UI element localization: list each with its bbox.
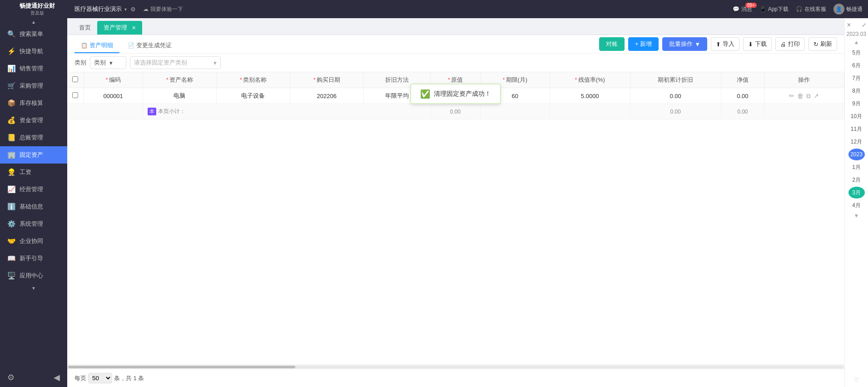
right-panel-scroll-up[interactable]: ▲ — [845, 38, 868, 46]
sub-tab-change-voucher[interactable]: 📄 变更生成凭证 — [121, 39, 178, 53]
print-button[interactable]: 🖨 打印 — [775, 37, 805, 51]
new-button[interactable]: + 新增 — [628, 37, 659, 51]
edit-action-btn[interactable]: ✏ — [789, 92, 794, 99]
more-action-btn[interactable]: ↗ — [813, 92, 819, 99]
month-item-4[interactable]: 4月 — [848, 199, 865, 211]
sidebar-item-basic-info[interactable]: ℹ️ 基础信息 — [0, 198, 67, 215]
refresh-button[interactable]: ↻ 刷新 — [808, 37, 837, 51]
sidebar-item-purchase[interactable]: 🛒 采购管理 — [0, 77, 67, 94]
category-select[interactable]: 类别 ▾ — [90, 56, 126, 69]
tab-asset-label: 资产管理 — [104, 24, 127, 31]
category-select-arrow: ▾ — [109, 60, 113, 66]
import-button[interactable]: ⬆ 导入 — [711, 37, 739, 51]
year-label-2023[interactable]: 2023 — [848, 149, 865, 160]
delete-action-btn[interactable]: 🗑 — [797, 92, 804, 99]
copy-action-btn[interactable]: ⧉ — [806, 92, 811, 100]
subtotal-label-cell: 本 本页小计： — [143, 104, 431, 119]
download-button[interactable]: ⬇ 下载 — [743, 37, 772, 51]
app-center-icon: 🖥️ — [7, 272, 16, 280]
sidebar-scroll-down[interactable]: ▼ — [0, 284, 67, 292]
sidebar-item-ledger[interactable]: 📒 总账管理 — [0, 129, 67, 146]
sidebar-collapse-icon[interactable]: ◀ — [54, 372, 60, 382]
horizontal-scrollbar[interactable] — [67, 364, 844, 369]
col-action: 操作 — [764, 72, 844, 88]
online-service-item[interactable]: 🎧 在线客服 — [796, 5, 826, 13]
sidebar-item-guide[interactable]: 📖 新手引导 — [0, 250, 67, 267]
sidebar-item-system[interactable]: ⚙️ 系统管理 — [0, 215, 67, 233]
sidebar-label-quick-nav: 快捷导航 — [20, 47, 43, 55]
cloud-icon: ☁ — [143, 6, 149, 12]
category-select-display: 类别 — [94, 59, 106, 67]
sub-tab-asset-detail[interactable]: 📋 资产明细 — [74, 39, 119, 53]
sidebar-label-purchase: 采购管理 — [20, 82, 43, 90]
sidebar-settings-icon[interactable]: ⚙ — [7, 372, 15, 382]
month-item-8[interactable]: 8月 — [848, 85, 865, 97]
search-icon: 🔍 — [7, 30, 16, 38]
month-item-3[interactable]: 3月 — [848, 187, 865, 198]
sidebar-item-inventory[interactable]: 📦 库存核算 — [0, 94, 67, 112]
right-panel-scroll-down[interactable]: ▼ — [845, 212, 868, 220]
tab-home[interactable]: 首页 — [73, 21, 97, 35]
month-item-9[interactable]: 9月 — [848, 98, 865, 109]
month-item-12[interactable]: 12月 — [848, 136, 865, 148]
col-net-value: 净值 — [721, 72, 764, 88]
scrollbar-thumb[interactable] — [68, 366, 295, 368]
row-checkbox[interactable] — [72, 92, 78, 98]
print-label: 打印 — [788, 40, 800, 48]
reconcile-button[interactable]: 对账 — [599, 37, 625, 51]
experience-link[interactable]: ☁ 我要体验一下 — [143, 5, 183, 13]
subtotal-empty — [67, 104, 143, 119]
sidebar-item-operations[interactable]: 📈 经营管理 — [0, 181, 67, 198]
header-settings-icon[interactable]: ⚙ — [130, 6, 136, 13]
user-item[interactable]: 👤 畅捷通 — [833, 4, 863, 15]
right-panel-close-icon[interactable]: ✕ — [847, 22, 851, 28]
sidebar-item-sales[interactable]: 📊 销售管理 — [0, 60, 67, 77]
month-item-2[interactable]: 2月 — [848, 174, 865, 186]
row-buy-date: 202206 — [290, 88, 363, 104]
ledger-icon: 📒 — [7, 134, 16, 142]
row-actions: ✏ 🗑 ⧉ ↗ — [769, 92, 839, 100]
month-item-10[interactable]: 10月 — [848, 110, 865, 122]
row-name: 电脑 — [143, 88, 216, 104]
funds-icon: 💰 — [7, 116, 16, 124]
tab-home-label: 首页 — [79, 24, 91, 31]
month-item-5[interactable]: 5月 — [848, 47, 865, 59]
sidebar-item-payroll[interactable]: 👷 工资 — [0, 164, 67, 181]
company-selector[interactable]: 医疗器械行业演示 ▾ — [74, 5, 127, 13]
right-panel: ✕ ⤢ 2023.03 ▲ 5月 6月 7月 8月 9月 10月 11月 12月… — [844, 18, 868, 387]
category-input[interactable]: 请选择固定资产类别 ▾ — [130, 56, 221, 69]
top-right-nav: 💬 消息 99+ 📱 App下载 🎧 在线客服 👤 畅捷通 — [733, 4, 863, 15]
system-icon: ⚙️ — [7, 220, 16, 228]
category-label: 类别 — [74, 59, 86, 67]
month-item-11[interactable]: 11月 — [848, 123, 865, 135]
sidebar-scroll-up[interactable]: ▲ — [0, 18, 67, 25]
sidebar-item-app-center[interactable]: 🖥️ 应用中心 — [0, 267, 67, 284]
month-item-7[interactable]: 7月 — [848, 72, 865, 84]
col-buy-date: *购买日期 — [290, 72, 363, 88]
right-panel-expand-icon[interactable]: ⤢ — [862, 22, 866, 28]
message-badge: 99+ — [745, 3, 757, 8]
right-panel-bottom-btn[interactable]: ♡ — [854, 375, 859, 385]
per-page-select[interactable]: 50 100 200 — [88, 373, 112, 383]
app-download-item[interactable]: 📱 App下载 — [759, 5, 789, 13]
sidebar-item-funds[interactable]: 💰 资金管理 — [0, 112, 67, 129]
col-name: *资产名称 — [143, 72, 216, 88]
row-actions-cell: ✏ 🗑 ⧉ ↗ — [764, 88, 844, 104]
batch-button[interactable]: 批量操作 ▼ — [662, 37, 707, 51]
month-item-1[interactable]: 1月 — [848, 161, 865, 173]
message-item[interactable]: 💬 消息 99+ — [733, 5, 752, 13]
avatar: 👤 — [833, 4, 844, 15]
sidebar-item-collab[interactable]: 🤝 企业协同 — [0, 233, 67, 250]
change-voucher-icon: 📄 — [128, 42, 134, 49]
sidebar-item-fixed-assets[interactable]: 🏢 固定资产 — [0, 146, 67, 164]
sidebar-item-quick-nav[interactable]: ⚡ 快捷导航 — [0, 43, 67, 60]
tab-close-icon[interactable]: ✕ — [132, 25, 136, 30]
filter-dropdown-arrow: ▾ — [213, 60, 217, 66]
month-item-6[interactable]: 6月 — [848, 60, 865, 71]
import-icon: ⬆ — [716, 41, 721, 48]
select-all-checkbox[interactable] — [72, 76, 78, 82]
tab-asset-management[interactable]: 资产管理 ✕ — [97, 21, 142, 35]
sales-icon: 📊 — [7, 64, 16, 73]
sidebar-item-search[interactable]: 🔍 搜索菜单 — [0, 25, 67, 43]
subtotal-row: 本 本页小计： 0.00 0.00 0.00 — [67, 104, 844, 119]
